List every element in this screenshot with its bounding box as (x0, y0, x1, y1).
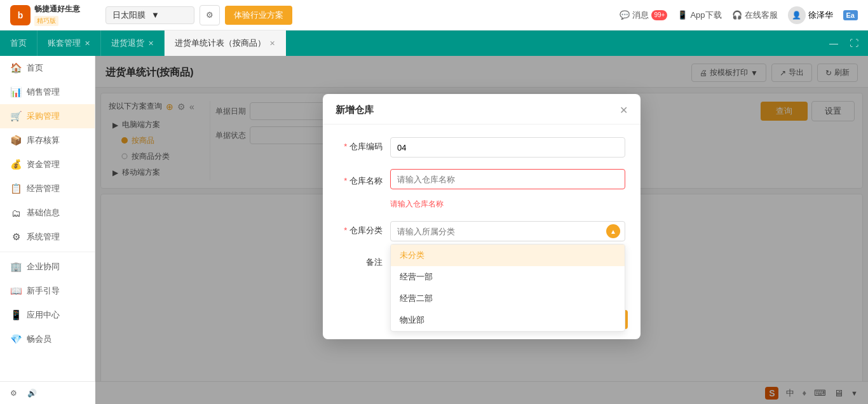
operations-icon: 📋 (10, 183, 22, 194)
top-header: b 畅捷通好生意 精巧版 日太阳膜 ▼ ⚙ 体验行业方案 💬 消息 99+ 📱 … (0, 0, 868, 30)
option-dept2[interactable]: 经营二部 (391, 288, 625, 309)
tab-bar: 首页 账套管理 ✕ 进货退货 ✕ 进货单统计表（按商品） ✕ — ⛶ (0, 30, 868, 56)
modal-backdrop[interactable]: 新增仓库 ✕ 仓库编码 仓库名称 (95, 56, 868, 404)
user-area[interactable]: 👤 徐泽华 (788, 6, 833, 24)
modal-add-warehouse: 新增仓库 ✕ 仓库编码 仓库名称 (323, 94, 641, 339)
mobile-icon: 📱 (677, 10, 688, 20)
warehouse-category-field: 仓库分类 ▲ 未分类 经营一部 经营二部 物业部 (338, 221, 625, 241)
logo-area: b 畅捷通好生意 精巧版 (10, 4, 105, 26)
option-property[interactable]: 物业部 (391, 309, 625, 331)
header-right: 💬 消息 99+ 📱 App下载 🎧 在线客服 👤 徐泽华 Ea (620, 6, 858, 24)
tab-close-purchase-return[interactable]: ✕ (148, 40, 154, 47)
finance-icon: 💰 (10, 159, 22, 170)
logo-icon: b (10, 5, 31, 25)
trial-button[interactable]: 体验行业方案 (225, 6, 292, 25)
tab-purchase-return[interactable]: 进货退货 ✕ (101, 30, 165, 56)
category-dropdown-wrapper: ▲ 未分类 经营一部 经营二部 物业部 (390, 221, 625, 241)
warehouse-name-label: 仓库名称 (338, 172, 383, 187)
enterprise-icon: 🏢 (10, 261, 22, 273)
search-dropdown[interactable]: 日太阳膜 ▼ (105, 6, 194, 24)
bottom-settings[interactable]: ⚙ (10, 389, 17, 398)
sidebar-item-sales[interactable]: 📊 销售管理 (0, 80, 95, 104)
sidebar-item-basic[interactable]: 🗂 基础信息 (0, 201, 95, 225)
sidebar-item-home[interactable]: 🏠 首页 (0, 56, 95, 80)
warehouse-name-error: 请输入仓库名称 (390, 199, 444, 208)
sidebar-item-finance[interactable]: 💰 资金管理 (0, 152, 95, 177)
notification-item[interactable]: 💬 消息 99+ (620, 10, 667, 21)
warehouse-category-label: 仓库分类 (338, 221, 383, 236)
category-input[interactable] (390, 221, 625, 241)
tab-close-purchase-stats[interactable]: ✕ (269, 40, 275, 47)
modal-title: 新增仓库 (336, 104, 374, 116)
purchase-icon: 🛒 (10, 111, 22, 122)
warehouse-note-label: 备注 (338, 253, 383, 268)
option-dept1[interactable]: 经营一部 (391, 266, 625, 288)
sidebar-item-system[interactable]: ⚙ 系统管理 (0, 225, 95, 249)
warehouse-name-input[interactable] (390, 169, 625, 189)
appcenter-icon: 📱 (10, 309, 22, 321)
sidebar-item-enterprise[interactable]: 🏢 企业协同 (0, 255, 95, 279)
main-layout: 🏠 首页 📊 销售管理 🛒 采购管理 📦 库存核算 💰 资金管理 📋 经营管理 … (0, 56, 868, 404)
inventory-icon: 📦 (10, 135, 22, 146)
home-icon: 🏠 (10, 62, 22, 74)
sidebar-item-purchase[interactable]: 🛒 采购管理 (0, 104, 95, 128)
warehouse-name-field: 仓库名称 请输入仓库名称 (338, 169, 625, 210)
warehouse-code-field: 仓库编码 (338, 137, 625, 158)
tab-minimize-button[interactable]: — (825, 34, 843, 52)
modal-body: 仓库编码 仓库名称 请输入仓库名称 (323, 125, 641, 291)
message-icon: 💬 (620, 10, 630, 20)
app-download-item[interactable]: 📱 App下载 (677, 10, 721, 21)
bottom-volume[interactable]: 🔊 (27, 389, 37, 398)
ea-badge: Ea (843, 10, 858, 20)
tab-actions: — ⛶ (825, 34, 868, 52)
sidebar-item-appcenter[interactable]: 📱 应用中心 (0, 303, 95, 327)
bottom-settings-icon: ⚙ (10, 389, 17, 398)
tab-accounts[interactable]: 账套管理 ✕ (37, 30, 101, 56)
avatar: 👤 (788, 6, 806, 24)
option-uncategorized[interactable]: 未分类 (391, 245, 625, 266)
content-area: 进货单统计(按商品) 🖨 按模板打印 ▼ ↗ 导出 ↻ 刷新 (95, 56, 868, 404)
category-dropdown-arrow[interactable]: ▲ (606, 224, 620, 238)
bottom-volume-icon: 🔊 (27, 389, 37, 398)
sidebar: 🏠 首页 📊 销售管理 🛒 采购管理 📦 库存核算 💰 资金管理 📋 经营管理 … (0, 56, 95, 404)
sidebar-item-guide[interactable]: 📖 新手引导 (0, 279, 95, 303)
dropdown-arrow-icon: ▼ (151, 10, 187, 20)
sidebar-item-member[interactable]: 💎 畅会员 (0, 327, 95, 351)
gear-button[interactable]: ⚙ (200, 5, 220, 25)
basic-icon: 🗂 (10, 207, 22, 219)
tab-expand-button[interactable]: ⛶ (845, 34, 863, 52)
category-dropdown-list: 未分类 经营一部 经营二部 物业部 (390, 244, 625, 332)
modal-header: 新增仓库 ✕ (323, 94, 641, 125)
logo-text: 畅捷通好生意 精巧版 (34, 4, 80, 26)
chevron-up-icon: ▲ (610, 228, 616, 235)
guide-icon: 📖 (10, 285, 22, 297)
header-search: 日太阳膜 ▼ ⚙ 体验行业方案 (105, 5, 620, 25)
warehouse-code-input[interactable] (390, 137, 625, 158)
system-icon: ⚙ (10, 231, 22, 243)
tab-close-accounts[interactable]: ✕ (85, 40, 90, 47)
member-icon: 💎 (10, 333, 22, 345)
sidebar-item-operations[interactable]: 📋 经营管理 (0, 177, 95, 201)
customer-service-item[interactable]: 🎧 在线客服 (732, 10, 778, 21)
modal-close-button[interactable]: ✕ (620, 105, 628, 116)
sidebar-item-inventory[interactable]: 📦 库存核算 (0, 128, 95, 152)
warehouse-code-label: 仓库编码 (338, 137, 383, 152)
tab-purchase-stats[interactable]: 进货单统计表（按商品） ✕ (165, 30, 286, 56)
headset-icon: 🎧 (732, 10, 742, 20)
sales-icon: 📊 (10, 86, 22, 98)
tab-home[interactable]: 首页 (0, 30, 37, 56)
